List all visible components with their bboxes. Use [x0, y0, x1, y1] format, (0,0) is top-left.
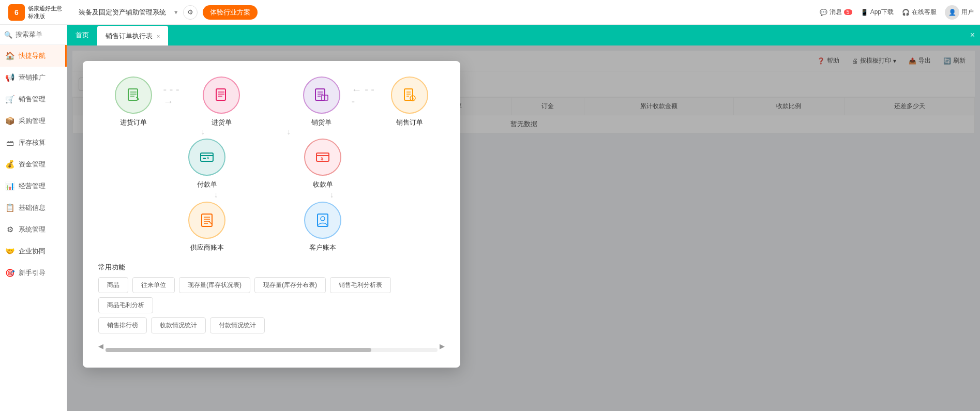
content-area: 首页 销售订单执行表 × × ❓ 帮助 — [67, 25, 980, 411]
search-menu-item[interactable]: 🔍 搜索菜单 — [0, 25, 67, 45]
search-icon: 🔍 — [4, 31, 12, 39]
headset-icon: 🎧 — [902, 9, 910, 16]
sidebar-item-system[interactable]: ⚙ 系统管理 — [0, 219, 67, 240]
online-service-item[interactable]: 🎧 在线客服 — [902, 8, 937, 17]
tab-bar: 首页 销售订单执行表 × × — [67, 25, 980, 45]
supplier-account-circle — [188, 202, 225, 239]
flow-section: 进货订单 - - - → — [98, 77, 445, 252]
svg-rect-4 — [216, 89, 225, 100]
tab-home[interactable]: 首页 — [67, 25, 97, 45]
svg-text:¥: ¥ — [320, 156, 324, 162]
sidebar: 🔍 搜索菜单 🏠 快捷导航 📢 营销推广 🛒 销售管理 📦 采购管理 🗃 — [0, 25, 67, 411]
logo-area: 6 畅康通好生意 标准版 — [6, 4, 73, 21]
finance-icon: 💰 — [5, 160, 14, 169]
sales-order-circle — [391, 77, 428, 114]
logo-icon: 6 — [8, 4, 25, 21]
tab-sales-order[interactable]: 销售订单执行表 × — [97, 26, 168, 47]
btn-product[interactable]: 商品 — [98, 277, 128, 293]
svg-rect-13 — [404, 89, 413, 100]
sidebar-item-guide[interactable]: 🎯 新手引导 — [0, 262, 67, 284]
sidebar-item-quick-nav[interactable]: 🏠 快捷导航 — [0, 45, 67, 67]
svg-rect-22 — [203, 158, 206, 159]
page-content: ❓ 帮助 🖨 按模板打印 ▾ 📤 导出 🔄 — [67, 45, 980, 411]
flow-item-payment[interactable]: ¥ 付款单 — [171, 139, 243, 189]
flow-modal: 进货订单 - - - → — [83, 61, 460, 368]
customer-account-circle — [304, 202, 341, 239]
sales-icon: 🛒 — [5, 95, 14, 104]
btn-payment-stat[interactable]: 付款情况统计 — [210, 317, 265, 333]
sales-bill-circle — [303, 77, 340, 114]
sidebar-item-sales[interactable]: 🛒 销售管理 — [0, 88, 67, 110]
top-bar-right: 💬 消息 5 📱 App下载 🎧 在线客服 👤 用户 — [820, 5, 974, 20]
inventory-icon: 🗃 — [5, 138, 14, 147]
base-info-icon: 📋 — [5, 203, 14, 212]
flow-item-sales-bill[interactable]: 销货单 — [287, 77, 357, 127]
marketing-icon: 📢 — [5, 73, 14, 82]
sidebar-item-finance[interactable]: 💰 资金管理 — [0, 154, 67, 175]
enterprise-icon: 🤝 — [5, 247, 14, 256]
svg-rect-8 — [315, 89, 325, 100]
btn-sales-rank[interactable]: 销售排行榜 — [98, 317, 147, 333]
receipt-circle: ¥ — [304, 139, 341, 176]
common-btns-row2: 销售排行榜 收款情况统计 付款情况统计 — [98, 317, 445, 333]
common-functions-title: 常用功能 — [98, 263, 445, 272]
flow-item-sales-order[interactable]: 销售订单 — [374, 77, 445, 127]
modal-scroll-area: ◀ ▶ — [98, 340, 445, 352]
btn-sales-margin[interactable]: 销售毛利分析表 — [330, 277, 391, 293]
modal-overlay: 进货订单 - - - → — [67, 45, 980, 411]
sidebar-item-operations[interactable]: 📊 经营管理 — [0, 175, 67, 197]
home-icon: 🏠 — [5, 51, 14, 60]
scrollbar-thumb — [105, 348, 371, 352]
btn-stock-status[interactable]: 现存量(库存状况表) — [179, 277, 250, 293]
flow-item-purchase-order[interactable]: 进货订单 — [98, 77, 169, 127]
sidebar-item-marketing[interactable]: 📢 营销推广 — [0, 67, 67, 88]
top-bar: 6 畅康通好生意 标准版 装备及固定资产辅助管理系统 ▾ ⚙ 体验行业方案 💬 … — [0, 0, 980, 25]
app-download-icon: 📱 — [861, 9, 868, 16]
flow-item-supplier-account[interactable]: 供应商账本 — [171, 202, 243, 252]
btn-stock-dist[interactable]: 现存量(库存分布表) — [254, 277, 326, 293]
app-download-item[interactable]: 📱 App下载 — [861, 8, 894, 17]
system-title: 装备及固定资产辅助管理系统 — [79, 8, 166, 17]
user-item[interactable]: 👤 用户 — [945, 5, 974, 20]
sidebar-item-enterprise[interactable]: 🤝 企业协同 — [0, 240, 67, 262]
scroll-right-icon[interactable]: ▶ — [440, 342, 445, 350]
operations-icon: 📊 — [5, 181, 14, 191]
flow-item-receipt[interactable]: ¥ 收款单 — [287, 139, 359, 189]
btn-product-margin[interactable]: 商品毛利分析 — [98, 297, 153, 313]
modal-scrollbar[interactable] — [105, 348, 438, 352]
message-badge: 5 — [844, 9, 852, 15]
trial-button[interactable]: 体验行业方案 — [203, 5, 258, 20]
sidebar-item-base-info[interactable]: 📋 基础信息 — [0, 197, 67, 219]
message-icon: 💬 — [820, 9, 827, 16]
dropdown-icon[interactable]: ▾ — [174, 8, 178, 16]
purchase-order-circle — [115, 77, 152, 114]
flow-item-purchase-bill[interactable]: 进货单 — [186, 77, 257, 127]
svg-rect-0 — [128, 89, 138, 100]
app-container: 6 畅康通好生意 标准版 装备及固定资产辅助管理系统 ▾ ⚙ 体验行业方案 💬 … — [0, 0, 980, 411]
payment-circle: ¥ — [188, 139, 225, 176]
tab-close-icon[interactable]: × — [157, 33, 160, 39]
avatar: 👤 — [945, 5, 959, 20]
svg-text:¥: ¥ — [206, 156, 209, 160]
system-icon: ⚙ — [5, 225, 14, 234]
settings-button[interactable]: ⚙ — [183, 5, 198, 20]
common-functions-section: 常用功能 商品 往来单位 现存量(库存状况表) 现存量(库存分布表) 销售毛利分… — [98, 263, 445, 333]
guide-icon: 🎯 — [5, 268, 14, 278]
main-area: 🔍 搜索菜单 🏠 快捷导航 📢 营销推广 🛒 销售管理 📦 采购管理 🗃 — [0, 25, 980, 411]
purchase-icon: 📦 — [5, 116, 14, 126]
btn-receipt-stat[interactable]: 收款情况统计 — [151, 317, 206, 333]
scroll-left-icon[interactable]: ◀ — [98, 342, 103, 350]
logo-text: 畅康通好生意 标准版 — [28, 5, 62, 20]
common-btns-row1: 商品 往来单位 现存量(库存状况表) 现存量(库存分布表) 销售毛利分析表 商品… — [98, 277, 445, 313]
flow-item-customer-account[interactable]: 客户账本 — [287, 202, 359, 252]
purchase-bill-circle — [203, 77, 240, 114]
sidebar-item-purchase[interactable]: 📦 采购管理 — [0, 110, 67, 132]
svg-point-33 — [321, 217, 325, 221]
sidebar-item-inventory[interactable]: 🗃 库存核算 — [0, 132, 67, 154]
svg-rect-27 — [202, 214, 212, 226]
btn-partner[interactable]: 往来单位 — [132, 277, 175, 293]
message-item[interactable]: 💬 消息 5 — [820, 8, 852, 17]
tab-bar-close-button[interactable]: × — [970, 31, 975, 40]
